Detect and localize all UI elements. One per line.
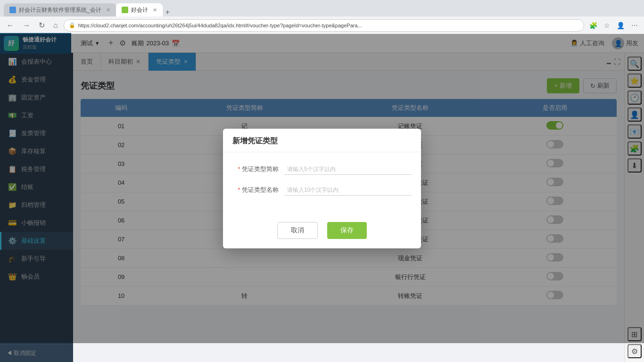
voucher-abbr-input[interactable] <box>284 164 412 175</box>
browser-tab-1-close[interactable]: ✕ <box>106 7 110 13</box>
more-options-icon[interactable]: ⋯ <box>629 20 640 31</box>
modal-body: * 凭证类型简称 * 凭证类型名称 <box>223 152 421 216</box>
right-settings-button[interactable]: ⚙ <box>627 344 642 358</box>
save-button[interactable]: 保存 <box>327 222 367 239</box>
modal-overlay: 新增凭证类型 * 凭证类型简称 * 凭证类型名称 取消 保存 <box>0 34 644 343</box>
reload-button[interactable]: ↻ <box>36 19 48 32</box>
form-row-name: * 凭证类型名称 <box>232 184 412 196</box>
home-button[interactable]: ⌂ <box>50 19 61 32</box>
form-label-name: * 凭证类型名称 <box>232 186 284 194</box>
browser-toolbar: ← → ↻ ⌂ 🔒 https://cloud2.chanjet.com/acc… <box>0 16 644 34</box>
browser-chrome: 好会计云财务软件管理系统_会计 ✕ 好会计 ✕ + ← → ↻ ⌂ 🔒 http… <box>0 0 644 34</box>
browser-toolbar-icons: 🧩 ☆ 👤 ⋯ <box>587 20 640 31</box>
back-button[interactable]: ← <box>4 19 17 32</box>
browser-tab-1[interactable]: 好会计云财务软件管理系统_会计 ✕ <box>4 3 116 16</box>
cancel-button[interactable]: 取消 <box>277 222 318 239</box>
browser-tab-2[interactable]: 好会计 ✕ <box>116 3 163 16</box>
address-text: https://cloud2.chanjet.com/accounting/uh… <box>78 23 579 28</box>
form-row-abbr: * 凭证类型简称 <box>232 164 412 175</box>
label-text-name: 凭证类型名称 <box>242 186 279 193</box>
profile-icon[interactable]: 👤 <box>614 20 627 31</box>
sidebar-toggle-pin[interactable]: ◀ 取消固定 <box>0 344 73 362</box>
browser-tab-1-label: 好会计云财务软件管理系统_会计 <box>19 6 101 14</box>
add-voucher-modal: 新增凭证类型 * 凭证类型简称 * 凭证类型名称 取消 保存 <box>223 129 421 248</box>
new-tab-button[interactable]: + <box>163 8 173 16</box>
tab-favicon-1 <box>9 7 16 13</box>
browser-tab-2-close[interactable]: ✕ <box>153 7 157 13</box>
modal-footer: 取消 保存 <box>223 216 421 248</box>
voucher-name-input[interactable] <box>284 184 412 196</box>
browser-tabs: 好会计云财务软件管理系统_会计 ✕ 好会计 ✕ + <box>0 0 644 16</box>
bookmark-icon[interactable]: ☆ <box>602 20 612 31</box>
forward-button[interactable]: → <box>20 19 33 32</box>
lock-icon: 🔒 <box>69 22 75 28</box>
required-indicator-1: * <box>238 165 242 173</box>
modal-header: 新增凭证类型 <box>223 129 421 152</box>
browser-tab-2-label: 好会计 <box>131 6 148 14</box>
label-text-abbr: 凭证类型简称 <box>242 165 279 173</box>
form-label-abbr: * 凭证类型简称 <box>232 165 284 173</box>
tab-favicon-2 <box>122 7 128 13</box>
modal-title: 新增凭证类型 <box>232 137 278 145</box>
required-indicator-2: * <box>238 186 242 193</box>
extensions-icon[interactable]: 🧩 <box>587 20 600 31</box>
address-bar[interactable]: 🔒 https://cloud2.chanjet.com/accounting/… <box>64 19 584 32</box>
